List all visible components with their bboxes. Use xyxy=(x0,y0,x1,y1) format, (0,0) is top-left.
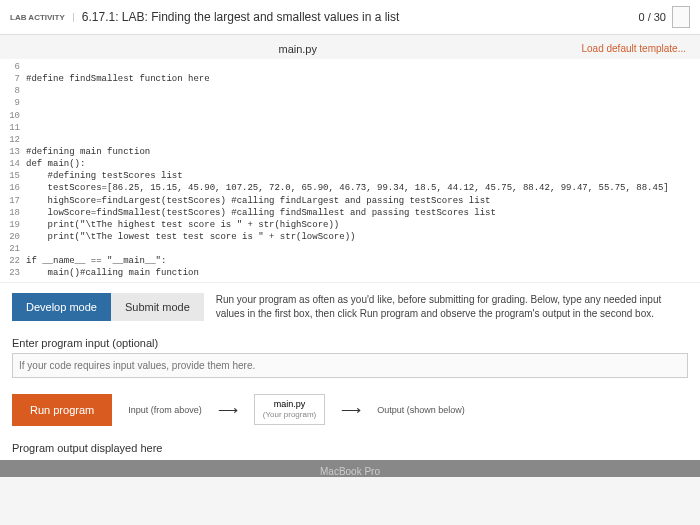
input-section: Enter program input (optional) xyxy=(0,331,700,384)
code-line[interactable]: 7#define findSmallest function here xyxy=(0,73,700,85)
line-code[interactable] xyxy=(26,110,700,122)
code-line[interactable]: 9 xyxy=(0,97,700,109)
line-number: 22 xyxy=(0,255,26,267)
score-icon xyxy=(672,6,690,28)
activity-badge: LAB ACTIVITY xyxy=(10,13,74,22)
line-number: 7 xyxy=(0,73,26,85)
line-code[interactable]: print("\tThe highest test score is " + s… xyxy=(26,219,700,231)
line-number: 23 xyxy=(0,267,26,279)
line-number: 10 xyxy=(0,110,26,122)
code-line[interactable]: 14def main(): xyxy=(0,158,700,170)
score-text: 0 / 30 xyxy=(638,11,666,23)
code-line[interactable]: 11 xyxy=(0,122,700,134)
line-code[interactable] xyxy=(26,243,700,255)
line-number: 21 xyxy=(0,243,26,255)
run-program-button[interactable]: Run program xyxy=(12,394,112,426)
code-line[interactable]: 15 #defining testScores list xyxy=(0,170,700,182)
code-line[interactable]: 12 xyxy=(0,134,700,146)
program-box-sub: (Your program) xyxy=(263,410,317,420)
line-number: 16 xyxy=(0,182,26,194)
output-section: Program output displayed here xyxy=(0,436,700,460)
mode-tabs: Develop mode Submit mode xyxy=(12,293,204,321)
score-box: 0 / 30 xyxy=(638,6,690,28)
submit-mode-tab[interactable]: Submit mode xyxy=(111,293,204,321)
code-line[interactable]: 16 testScores=[86.25, 15.15, 45.90, 107.… xyxy=(0,182,700,194)
code-line[interactable]: 22if __name__ == "__main__": xyxy=(0,255,700,267)
device-label: MacBook Pro xyxy=(0,460,700,477)
line-number: 17 xyxy=(0,195,26,207)
line-number: 11 xyxy=(0,122,26,134)
line-code[interactable]: def main(): xyxy=(26,158,700,170)
mode-row: Develop mode Submit mode Run your progra… xyxy=(0,282,700,331)
line-number: 6 xyxy=(0,61,26,73)
code-line[interactable]: 18 lowScore=findSmallest(testScores) #ca… xyxy=(0,207,700,219)
line-number: 19 xyxy=(0,219,26,231)
filename-tab[interactable]: main.py xyxy=(278,43,317,55)
program-box: main.py (Your program) xyxy=(254,394,326,424)
program-box-title: main.py xyxy=(263,399,317,410)
code-line[interactable]: 8 xyxy=(0,85,700,97)
line-number: 12 xyxy=(0,134,26,146)
flow-input-label: Input (from above) xyxy=(128,405,202,415)
line-code[interactable] xyxy=(26,122,700,134)
editor-tab-row: main.py Load default template... xyxy=(0,35,700,59)
activity-title: 6.17.1: LAB: Finding the largest and sma… xyxy=(82,10,639,24)
line-code[interactable]: highScore=findLargest(testScores) #calli… xyxy=(26,195,700,207)
code-line[interactable]: 10 xyxy=(0,110,700,122)
line-number: 14 xyxy=(0,158,26,170)
program-input[interactable] xyxy=(12,353,688,378)
line-code[interactable] xyxy=(26,97,700,109)
line-code[interactable]: if __name__ == "__main__": xyxy=(26,255,700,267)
develop-mode-tab[interactable]: Develop mode xyxy=(12,293,111,321)
code-line[interactable]: 20 print("\tThe lowest test test score i… xyxy=(0,231,700,243)
line-code[interactable]: print("\tThe lowest test test score is "… xyxy=(26,231,700,243)
code-line[interactable]: 17 highScore=findLargest(testScores) #ca… xyxy=(0,195,700,207)
arrow-icon: ⟶ xyxy=(218,402,238,418)
mode-instructions: Run your program as often as you'd like,… xyxy=(216,293,688,321)
load-template-link[interactable]: Load default template... xyxy=(581,43,686,55)
code-line[interactable]: 21 xyxy=(0,243,700,255)
output-label: Program output displayed here xyxy=(12,442,688,454)
code-line[interactable]: 6 xyxy=(0,61,700,73)
line-code[interactable]: main()#calling main function xyxy=(26,267,700,279)
run-row: Run program Input (from above) ⟶ main.py… xyxy=(0,384,700,436)
line-code[interactable]: #defining main function xyxy=(26,146,700,158)
arrow-icon: ⟶ xyxy=(341,402,361,418)
line-code[interactable] xyxy=(26,85,700,97)
line-number: 18 xyxy=(0,207,26,219)
code-line[interactable]: 19 print("\tThe highest test score is " … xyxy=(0,219,700,231)
line-number: 15 xyxy=(0,170,26,182)
line-code[interactable]: #define findSmallest function here xyxy=(26,73,700,85)
code-line[interactable]: 23 main()#calling main function xyxy=(0,267,700,279)
line-number: 9 xyxy=(0,97,26,109)
flow-output-label: Output (shown below) xyxy=(377,405,465,415)
line-code[interactable]: lowScore=findSmallest(testScores) #calli… xyxy=(26,207,700,219)
code-line[interactable]: 13#defining main function xyxy=(0,146,700,158)
line-number: 8 xyxy=(0,85,26,97)
line-code[interactable] xyxy=(26,61,700,73)
code-editor[interactable]: 67#define findSmallest function here8910… xyxy=(0,59,700,282)
line-code[interactable]: #defining testScores list xyxy=(26,170,700,182)
line-code[interactable]: testScores=[86.25, 15.15, 45.90, 107.25,… xyxy=(26,182,700,194)
line-code[interactable] xyxy=(26,134,700,146)
input-label: Enter program input (optional) xyxy=(12,337,688,349)
line-number: 20 xyxy=(0,231,26,243)
line-number: 13 xyxy=(0,146,26,158)
activity-header: LAB ACTIVITY 6.17.1: LAB: Finding the la… xyxy=(0,0,700,35)
